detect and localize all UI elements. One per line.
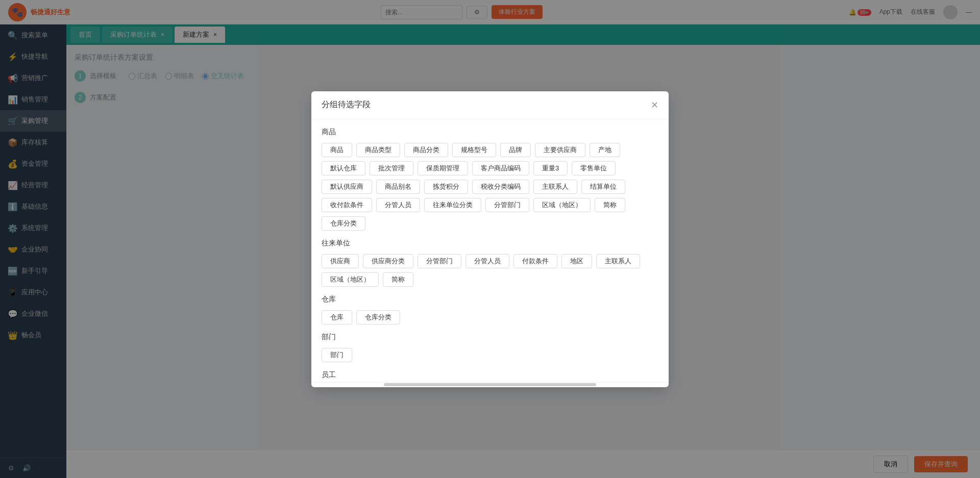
tag-商品别名[interactable]: 商品别名 <box>376 180 420 194</box>
tag-分管人员[interactable]: 分管人员 <box>465 254 509 268</box>
tag-分管人员[interactable]: 分管人员 <box>376 198 420 212</box>
tag-grid-warehouse: 仓库仓库分类 <box>322 310 658 324</box>
tag-品牌[interactable]: 品牌 <box>500 143 531 157</box>
modal-overlay: 分组待选字段 ✕ 商品商品商品类型商品分类规格型号品牌主要供应商产地默认仓库批次… <box>0 0 980 478</box>
tag-规格型号[interactable]: 规格型号 <box>452 143 496 157</box>
tag-保质期管理[interactable]: 保质期管理 <box>418 161 468 175</box>
tag-主联系人[interactable]: 主联系人 <box>596 254 640 268</box>
section-title-counterpart: 往来单位 <box>322 239 658 248</box>
tag-商品[interactable]: 商品 <box>322 143 352 157</box>
section-title-employee: 员工 <box>322 370 658 380</box>
modal-body: 商品商品商品类型商品分类规格型号品牌主要供应商产地默认仓库批次管理保质期管理客户… <box>311 119 669 383</box>
section-title-warehouse: 仓库 <box>322 295 658 304</box>
tag-供应商[interactable]: 供应商 <box>322 254 359 268</box>
tag-主联系人[interactable]: 主联系人 <box>533 180 577 194</box>
modal-close-button[interactable]: ✕ <box>651 99 658 111</box>
modal-header: 分组待选字段 ✕ <box>311 91 669 119</box>
tag-重量3[interactable]: 重量3 <box>533 161 568 175</box>
tag-客户商品编码[interactable]: 客户商品编码 <box>472 161 529 175</box>
section-title-product: 商品 <box>322 128 658 137</box>
tag-付款条件[interactable]: 付款条件 <box>513 254 557 268</box>
tag-结算单位[interactable]: 结算单位 <box>581 180 625 194</box>
tag-产地[interactable]: 产地 <box>590 143 620 157</box>
tag-商品类型[interactable]: 商品类型 <box>356 143 400 157</box>
tag-仓库[interactable]: 仓库 <box>322 310 352 324</box>
modal-hscroll-bar <box>384 383 596 386</box>
section-title-department: 部门 <box>322 333 658 342</box>
tag-拣货积分[interactable]: 拣货积分 <box>424 180 468 194</box>
tag-grid-counterpart: 供应商供应商分类分管部门分管人员付款条件地区主联系人区域（地区）简称 <box>322 254 658 287</box>
modal-title: 分组待选字段 <box>322 99 371 110</box>
tag-税收分类编码[interactable]: 税收分类编码 <box>472 180 529 194</box>
tag-批次管理[interactable]: 批次管理 <box>370 161 413 175</box>
tag-供应商分类[interactable]: 供应商分类 <box>363 254 413 268</box>
tag-往来单位分类[interactable]: 往来单位分类 <box>424 198 481 212</box>
modal-dialog: 分组待选字段 ✕ 商品商品商品类型商品分类规格型号品牌主要供应商产地默认仓库批次… <box>311 91 669 387</box>
tag-仓库分类[interactable]: 仓库分类 <box>356 310 400 324</box>
tag-默认仓库[interactable]: 默认仓库 <box>322 161 365 175</box>
tag-区域（地区）[interactable]: 区域（地区） <box>322 272 379 287</box>
tag-仓库分类[interactable]: 仓库分类 <box>322 216 365 231</box>
modal-hscroll <box>311 382 669 387</box>
tag-简称[interactable]: 简称 <box>383 272 413 287</box>
tag-分管部门[interactable]: 分管部门 <box>485 198 529 212</box>
tag-收付款条件[interactable]: 收付款条件 <box>322 198 372 212</box>
tag-主要供应商[interactable]: 主要供应商 <box>535 143 585 157</box>
tag-商品分类[interactable]: 商品分类 <box>404 143 448 157</box>
tag-默认供应商[interactable]: 默认供应商 <box>322 180 372 194</box>
tag-分管部门[interactable]: 分管部门 <box>418 254 461 268</box>
tag-grid-product: 商品商品类型商品分类规格型号品牌主要供应商产地默认仓库批次管理保质期管理客户商品… <box>322 143 658 231</box>
tag-地区[interactable]: 地区 <box>561 254 592 268</box>
tag-区域（地区）[interactable]: 区域（地区） <box>533 198 591 212</box>
tag-grid-department: 部门 <box>322 348 658 362</box>
tag-部门[interactable]: 部门 <box>322 348 352 362</box>
tag-零售单位[interactable]: 零售单位 <box>572 161 616 175</box>
tag-简称[interactable]: 简称 <box>595 198 625 212</box>
